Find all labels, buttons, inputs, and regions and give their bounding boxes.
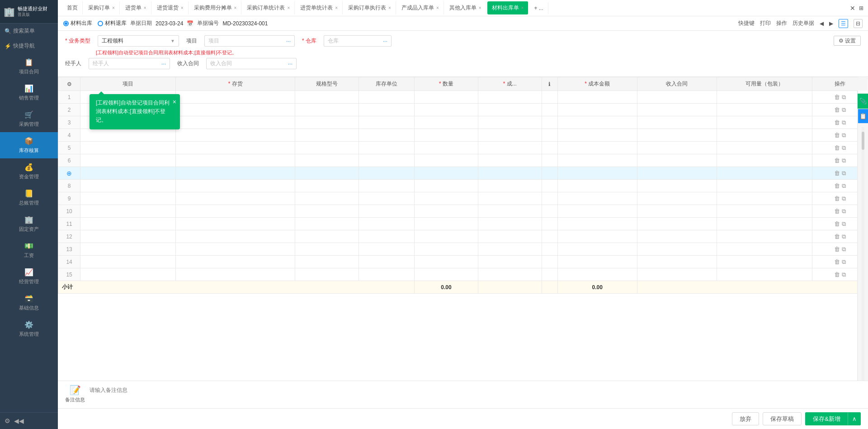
cell-spec[interactable] [295,116,359,129]
cell-item-input[interactable] [80,167,176,180]
delete-icon[interactable]: 🗑 [834,170,840,176]
collapse-icon[interactable]: ◀◀ [14,417,24,424]
view-toggle-list[interactable]: ☰ [839,19,848,28]
cell-contract-active[interactable] [637,167,717,180]
close-tab[interactable]: × [112,5,115,10]
delete-icon[interactable]: 🗑 [834,144,840,151]
add-row-icon[interactable]: ⊕ [66,170,72,177]
cell-contract[interactable] [637,129,717,142]
cell-available[interactable] [717,91,812,104]
close-tab[interactable]: × [144,5,146,10]
delete-icon[interactable]: 🗑 [834,220,840,227]
cell-available[interactable] [717,104,812,116]
cell-item[interactable] [80,154,176,167]
tab-material-out[interactable]: 材料出库单 × [487,1,529,14]
settings-icon[interactable]: ⚙ [5,417,10,424]
notes-input[interactable] [90,385,861,401]
copy-icon[interactable]: ⧉ [842,132,846,138]
cell-cost[interactable] [478,154,542,167]
cell-contract[interactable] [637,154,717,167]
sidebar-item-finance[interactable]: 💰 资金管理 [0,158,58,185]
cell-available[interactable] [717,129,812,142]
warehouse-field[interactable]: 仓库 ··· [324,35,392,47]
close-tab[interactable]: × [388,5,391,10]
copy-icon[interactable]: ⧉ [842,258,846,265]
sidebar-quicknav[interactable]: ⚡ 快捷导航 [0,38,58,53]
cell-unit[interactable] [359,154,414,167]
cell-cost[interactable] [478,129,542,142]
cell-unit[interactable] [359,91,414,104]
cell-qty[interactable] [415,129,478,142]
copy-icon[interactable]: ⧉ [842,220,846,227]
th-settings[interactable]: ⚙ [58,77,80,91]
topbar-layout-btn[interactable]: ⊞ [859,5,863,11]
copy-icon[interactable]: ⧉ [842,233,846,240]
cell-qty[interactable] [415,116,478,129]
discard-button[interactable]: 放弃 [732,412,759,425]
delete-icon[interactable]: 🗑 [834,119,840,126]
delete-icon[interactable]: 🗑 [834,157,840,164]
cell-unit[interactable] [359,116,414,129]
biz-type-field[interactable]: 工程领料 ▼ [98,35,179,47]
cell-product[interactable] [176,104,295,116]
cell-contract[interactable] [637,142,717,154]
cell-product[interactable] [176,142,295,154]
sidebar-search[interactable]: 🔍 搜索菜单 [0,24,58,38]
cell-unit[interactable] [359,142,414,154]
cell-contract[interactable] [637,91,717,104]
tab-product-instock[interactable]: 产成品入库单 × [397,1,444,14]
cell-costamt[interactable] [557,142,637,154]
copy-icon[interactable]: ⧉ [842,157,846,164]
view-toggle-grid[interactable]: ⊟ [854,19,863,28]
cell-item[interactable] [80,129,176,142]
copy-icon[interactable]: ⧉ [842,144,846,151]
radio-material-return[interactable]: 材料退库 [98,19,127,27]
cell-item[interactable] [80,180,176,192]
product-input[interactable] [179,170,292,176]
cell-contract[interactable] [637,104,717,116]
delete-icon[interactable]: 🗑 [834,233,840,240]
delete-icon[interactable]: 🗑 [834,182,840,189]
copy-icon[interactable]: ⧉ [842,195,846,202]
cell-spec[interactable] [295,154,359,167]
tab-purchase-expense[interactable]: 采购费用分摊单 × [189,1,242,14]
add-row-btn[interactable]: ⊕ [58,167,80,180]
tab-inbound[interactable]: 进货单 × [121,1,151,14]
cell-qty[interactable] [415,104,478,116]
delete-icon[interactable]: 🗑 [834,258,840,265]
sidebar-item-sales[interactable]: 📊 销售管理 [0,80,58,106]
copy-icon[interactable]: ⧉ [842,170,846,176]
save-new-button[interactable]: 保存&新增 [805,412,848,425]
cell-product[interactable] [176,129,295,142]
project-field[interactable]: 项目 ··· [204,35,295,47]
close-tab[interactable]: × [521,5,524,10]
sidebar-item-assets[interactable]: 🏢 固定资产 [0,211,58,237]
cell-unit[interactable] [359,129,414,142]
radio-material-out[interactable]: 材料出库 [63,19,92,27]
operation-btn[interactable]: 操作 [776,19,787,27]
delete-icon[interactable]: 🗑 [834,106,840,113]
cell-cost[interactable] [478,142,542,154]
cell-product-input[interactable] [176,167,295,180]
sidebar-item-basic[interactable]: 🗃️ 基础信息 [0,290,58,316]
delete-icon[interactable]: 🗑 [834,246,840,253]
sidebar-item-system[interactable]: ⚙️ 系统管理 [0,316,58,342]
cell-item[interactable] [80,142,176,154]
close-tab[interactable]: × [234,5,237,10]
delete-icon[interactable]: 🗑 [834,132,840,138]
tab-more[interactable]: + ... [529,2,548,14]
cell-spec[interactable] [295,142,359,154]
save-draft-button[interactable]: 保存草稿 [763,412,802,425]
project-expand[interactable]: ··· [286,38,291,44]
cell-costamt-active[interactable] [557,167,637,180]
cell-product[interactable] [176,91,295,104]
settings-btn[interactable]: ⚙ 设置 [834,36,861,46]
operator-expand[interactable]: ··· [161,61,166,67]
sidebar-item-purchase[interactable]: 🛒 采购管理 [0,106,58,132]
cell-qty[interactable] [415,154,478,167]
close-tab[interactable]: × [181,5,184,10]
cell-spec[interactable] [295,91,359,104]
copy-icon[interactable]: ⧉ [842,94,846,100]
tab-other-instock[interactable]: 其他入库单 × [445,1,486,14]
copy-icon[interactable]: ⧉ [842,182,846,189]
